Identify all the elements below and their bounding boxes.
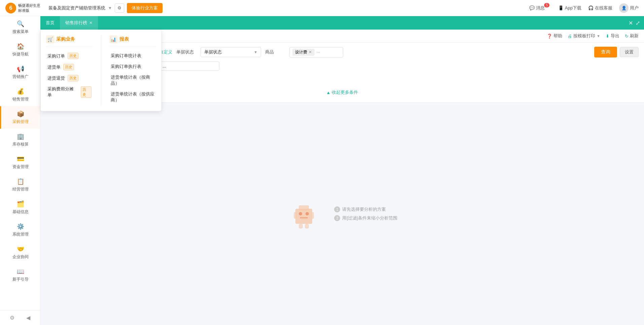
sidebar-label-collab: 企业协同 [12, 254, 29, 260]
sidebar-item-collab[interactable]: 🤝 企业协同 [0, 241, 40, 264]
sidebar-label-search: 搜索菜单 [12, 29, 29, 35]
system-name: 装备及固定资产辅助管理系统 [48, 5, 105, 11]
goods-tag-close[interactable]: ✕ [309, 50, 312, 54]
hint-item-1: 1 请先选择要分析的方案 [334, 206, 386, 212]
tab-window-close[interactable]: ✕ [629, 20, 633, 26]
sidebar-bottom: ⚙ ◀ [0, 310, 40, 325]
dropdown-col1-title: 采购业务 [56, 36, 75, 42]
export-action[interactable]: ⬇ 导出 [606, 33, 619, 39]
status-select[interactable]: 单据状态 ▼ [201, 47, 261, 57]
tab-home-label: 首页 [46, 20, 55, 26]
tab-home[interactable]: 首页 [40, 16, 60, 30]
phone-icon: 📱 [558, 5, 564, 10]
export-label: 导出 [611, 33, 619, 39]
app-download-button[interactable]: 📱 App下载 [558, 5, 581, 11]
stock-return-label: 进货退货 [47, 75, 65, 81]
svg-rect-8 [305, 224, 309, 229]
dropdown-item-order-stats[interactable]: 采购订单统计表 [109, 50, 156, 61]
export-icon: ⬇ [606, 34, 609, 39]
sidebar-label-marketing: 营销推广 [12, 74, 29, 80]
collapse-chevron-icon: ▲ [326, 90, 331, 95]
svg-point-2 [299, 212, 302, 215]
empty-svg [287, 197, 321, 231]
collapse-sidebar-button[interactable]: ◀ [26, 315, 30, 321]
sidebar-item-purchase[interactable]: 📦 采购管理 [0, 106, 40, 129]
inventory-icon: 🏢 [17, 133, 24, 140]
query-button[interactable]: 查询 [594, 47, 617, 57]
settings-button[interactable]: 设置 [620, 47, 639, 57]
tab-sales-rank[interactable]: 销售排行榜 ✕ [60, 16, 98, 30]
purchase-order-label: 采购订单 [47, 53, 65, 59]
system-dropdown-arrow[interactable]: ▼ [108, 6, 112, 10]
dropdown-item-stock-in[interactable]: 进货单 历史 [46, 62, 93, 73]
tab-close-icon[interactable]: ✕ [89, 21, 93, 25]
svg-rect-6 [311, 212, 314, 219]
topbar-right: 💬 消息 5 📱 App下载 🎧 在线客服 👤 用户 [529, 3, 639, 13]
dropdown-item-order-exec[interactable]: 采购订单执行表 [109, 61, 156, 72]
goods-filter[interactable]: 设计费 ✕ ··· [289, 47, 343, 57]
dropdown-item-purchase-expense[interactable]: 采购费用分摊单 历史 [46, 84, 93, 100]
status-label: 单据状态 [176, 49, 196, 55]
sidebar-item-search[interactable]: 🔍 搜索菜单 [0, 16, 40, 39]
empty-hint-list: 1 请先选择要分析的方案 2 用[过滤]条件来缩小分析范围 [334, 206, 397, 221]
report-col-icon: 📊 [109, 35, 117, 43]
sidebar-item-operations[interactable]: 📋 经营管理 [0, 174, 40, 196]
dropdown-item-purchase-order[interactable]: 采购订单 历史 [46, 50, 93, 62]
sidebar-item-guide[interactable]: 📖 新手引导 [0, 264, 40, 286]
status-dropdown-arrow: ▼ [254, 50, 257, 54]
settings-bottom-button[interactable]: ⚙ [10, 315, 14, 321]
empty-illustration [287, 197, 321, 231]
user-menu[interactable]: 👤 用户 [619, 3, 639, 13]
basicinfo-icon: 🗂️ [17, 200, 24, 208]
message-button[interactable]: 💬 消息 5 [529, 5, 551, 11]
order-stats-label: 采购订单统计表 [111, 53, 141, 59]
service-button[interactable]: 🎧 在线客服 [588, 5, 612, 11]
purchase-expense-label: 采购费用分摊单 [47, 86, 78, 98]
sidebar-item-inventory[interactable]: 🏢 库存核算 [0, 129, 40, 151]
dropdown-item-stock-stats-supplier[interactable]: 进货单统计表（按供应商） [109, 89, 156, 106]
logo-icon: 6 [5, 3, 16, 13]
hint-num-1: 1 [334, 206, 340, 212]
stock-stats-supplier-label: 进货单统计表（按供应商） [111, 91, 155, 103]
dropdown-divider [101, 35, 101, 106]
funds-icon: 💳 [17, 155, 24, 163]
print-action[interactable]: 🖨 按模板打印 ▼ [568, 33, 600, 39]
svg-point-3 [306, 212, 309, 215]
dropdown-col-title-report: 📊 报表 [109, 35, 156, 46]
sidebar-item-quicknav[interactable]: 🏠 快捷导航 [0, 39, 40, 61]
goods-label: 商品 [265, 49, 285, 55]
headset-icon: 🎧 [588, 5, 594, 10]
dropdown-col-report: 📊 报表 采购订单统计表 采购订单执行表 进货单统计表（按商品） 进货单统计表（… [109, 35, 156, 106]
sidebar-item-funds[interactable]: 💳 资金管理 [0, 151, 40, 174]
purchase-icon: 📦 [17, 110, 24, 118]
search-icon: 🔍 [17, 20, 24, 28]
gear-button[interactable]: ⚙ [115, 3, 124, 13]
svg-rect-1 [299, 205, 309, 210]
industry-button[interactable]: 体验行业方案 [127, 3, 163, 13]
dropdown-col-purchase: 🛒 采购业务 采购订单 历史 进货单 历史 进货退货 历史 采购费用分摊单 历史 [46, 35, 93, 106]
hint-text-1: 请先选择要分析的方案 [342, 206, 386, 212]
message-badge: 5 [544, 3, 549, 7]
sidebar-item-basicinfo[interactable]: 🗂️ 基础信息 [0, 196, 40, 219]
order-exec-label: 采购订单执行表 [111, 64, 141, 70]
dropdown-item-stock-stats-goods[interactable]: 进货单统计表（按商品） [109, 72, 156, 89]
sidebar-label-quicknav: 快捷导航 [12, 51, 29, 57]
svg-rect-4 [300, 217, 308, 218]
purchase-col-icon: 🛒 [46, 35, 54, 43]
print-dropdown-arrow[interactable]: ▼ [597, 34, 600, 38]
dropdown-item-stock-return[interactable]: 进货退货 历史 [46, 73, 93, 84]
refresh-label: 刷新 [630, 33, 639, 39]
refresh-action[interactable]: ↻ 刷新 [625, 33, 639, 39]
purchase-dropdown-menu: 🛒 采购业务 采购订单 历史 进货单 历史 进货退货 历史 采购费用分摊单 历史… [40, 30, 162, 111]
svg-rect-5 [294, 212, 296, 219]
sidebar-item-sales[interactable]: 💰 销售管理 [0, 84, 40, 106]
refresh-icon: ↻ [625, 34, 629, 39]
salesperson-select[interactable]: ... [159, 62, 219, 71]
collab-icon: 🤝 [17, 245, 24, 253]
sidebar-item-system[interactable]: ⚙️ 系统管理 [0, 219, 40, 241]
logo-area: 6 畅捷通好生意 标准版 [5, 3, 46, 13]
tab-window-maximize[interactable]: ⤢ [636, 20, 640, 26]
stock-return-history: 历史 [68, 75, 78, 81]
sidebar-item-marketing[interactable]: 📢 营销推广 [0, 61, 40, 84]
help-action[interactable]: ❓ 帮助 [547, 33, 562, 39]
